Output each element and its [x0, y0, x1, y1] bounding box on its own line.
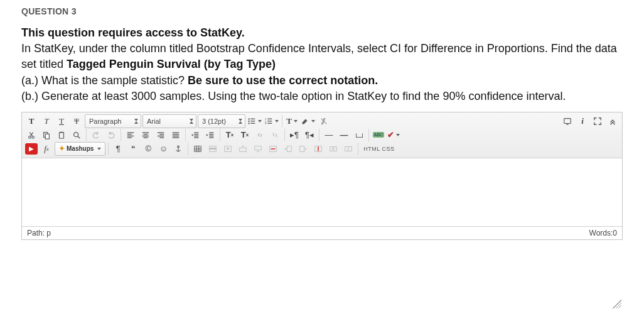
spellcheck-menu-button[interactable]: ✔ — [387, 128, 400, 142]
cut-button[interactable] — [24, 128, 38, 142]
emoji-button[interactable]: ☺ — [156, 142, 170, 156]
mashups-button[interactable]: ✦Mashups — [55, 142, 105, 156]
bold-button[interactable]: T — [24, 114, 38, 128]
svg-rect-33 — [158, 133, 164, 133]
strike-button[interactable]: T — [70, 114, 83, 128]
question-part-a: (a.) What is the sample statistic? Be su… — [21, 73, 623, 89]
editor-toolbar: T T T T Paragraph Arial 3 (12pt) 123 T i — [22, 112, 622, 158]
italic-button[interactable]: T — [40, 114, 53, 128]
number-list-button[interactable]: 123 — [264, 114, 279, 128]
indent-button[interactable] — [203, 128, 217, 142]
svg-rect-43 — [194, 136, 198, 136]
superscript-button[interactable]: Tx — [223, 128, 237, 142]
rich-text-editor: T T T T Paragraph Arial 3 (12pt) 123 T i — [21, 112, 623, 240]
resize-handle-icon[interactable] — [613, 300, 621, 308]
size-select[interactable]: 3 (12pt) — [198, 114, 245, 128]
svg-rect-21 — [60, 133, 64, 139]
spellcheck-button[interactable]: ABC — [372, 128, 385, 142]
show-para-button[interactable]: ¶ — [111, 142, 125, 156]
split-cells-button[interactable] — [341, 142, 355, 156]
svg-rect-35 — [158, 136, 164, 136]
clear-format-button[interactable] — [317, 114, 331, 128]
svg-rect-78 — [330, 146, 333, 151]
rtl-button[interactable]: ¶◂ — [303, 128, 316, 142]
outdent-button[interactable] — [188, 128, 202, 142]
align-justify-button[interactable] — [169, 128, 183, 142]
toolbar-right-group: i — [561, 114, 620, 128]
svg-rect-34 — [159, 134, 164, 134]
nbsp-button[interactable]: ⌴ — [352, 128, 366, 142]
font-select[interactable]: Arial — [142, 114, 196, 128]
info-button[interactable]: i — [576, 114, 589, 128]
svg-rect-25 — [127, 133, 134, 133]
collapse-button[interactable] — [606, 114, 620, 128]
question-intro: This question requires access to StatKey… — [21, 25, 623, 41]
fx-button[interactable]: fx — [40, 142, 53, 156]
format-select[interactable]: Paragraph — [85, 114, 141, 128]
underline-button[interactable]: T — [55, 114, 68, 128]
question-part-b: (b.) Generate at least 3000 samples. Usi… — [21, 89, 623, 104]
table-row-props-button[interactable] — [206, 142, 220, 156]
align-center-button[interactable] — [139, 128, 153, 142]
hr-thin-button[interactable]: — — [322, 128, 336, 142]
merge-cells-button[interactable] — [326, 142, 340, 156]
undo-button[interactable] — [89, 128, 103, 142]
align-left-button[interactable] — [124, 128, 137, 142]
svg-text:3: 3 — [265, 122, 267, 125]
record-button[interactable]: ▶ — [24, 142, 38, 156]
copy-button[interactable] — [40, 128, 53, 142]
ltr-button[interactable]: ▸¶ — [287, 128, 301, 142]
svg-rect-42 — [194, 134, 198, 134]
sub-t-label: T — [241, 130, 246, 139]
svg-point-2 — [248, 121, 249, 122]
row-before-button[interactable] — [236, 142, 250, 156]
paste-button[interactable] — [55, 128, 68, 142]
check-icon: ✔ — [387, 130, 394, 139]
play-icon: ▶ — [25, 143, 38, 155]
col-after-button[interactable] — [296, 142, 310, 156]
highlight-button[interactable] — [300, 114, 316, 128]
svg-rect-46 — [209, 134, 213, 134]
copyright-button[interactable]: © — [141, 142, 155, 156]
separator — [284, 129, 285, 141]
hr-thick-button[interactable]: — — [337, 128, 351, 142]
link-button[interactable] — [253, 128, 267, 142]
anchor-button[interactable] — [171, 142, 185, 156]
subscript-button[interactable]: Tx — [238, 128, 252, 142]
fullscreen-button[interactable] — [591, 114, 604, 128]
table-cell-props-button[interactable] — [221, 142, 235, 156]
preview-button[interactable] — [561, 114, 574, 128]
svg-rect-48 — [209, 137, 213, 138]
unlink-button[interactable] — [268, 128, 282, 142]
redo-button[interactable] — [104, 128, 118, 142]
find-button[interactable] — [70, 128, 83, 142]
row-after-button[interactable] — [251, 142, 265, 156]
separator — [86, 129, 87, 141]
svg-line-24 — [78, 136, 80, 139]
align-right-button[interactable] — [154, 128, 168, 142]
quote-button[interactable]: “ — [126, 142, 140, 156]
bullet-list-button[interactable] — [247, 114, 262, 128]
svg-line-50 — [277, 137, 278, 138]
delete-row-button[interactable] — [266, 142, 280, 156]
separator — [121, 129, 121, 141]
editor-content-area[interactable] — [22, 158, 622, 226]
svg-rect-28 — [127, 137, 132, 138]
word-count: Words:0 — [589, 229, 617, 237]
svg-rect-14 — [566, 124, 569, 124]
sup-t-label: T — [226, 130, 231, 139]
question-body: This question requires access to StatKey… — [21, 25, 623, 104]
svg-rect-11 — [267, 123, 272, 124]
delete-col-button[interactable] — [311, 142, 325, 156]
svg-point-23 — [74, 133, 78, 137]
svg-rect-26 — [127, 134, 132, 134]
svg-rect-59 — [210, 148, 217, 150]
html-css-button[interactable]: HTML CSS — [361, 142, 397, 156]
svg-rect-62 — [240, 148, 247, 151]
table-button[interactable] — [191, 142, 205, 156]
col-before-button[interactable] — [281, 142, 295, 156]
svg-rect-47 — [209, 136, 213, 136]
text-color-button[interactable]: T — [285, 114, 299, 128]
separator — [220, 129, 220, 141]
svg-rect-61 — [227, 148, 230, 150]
